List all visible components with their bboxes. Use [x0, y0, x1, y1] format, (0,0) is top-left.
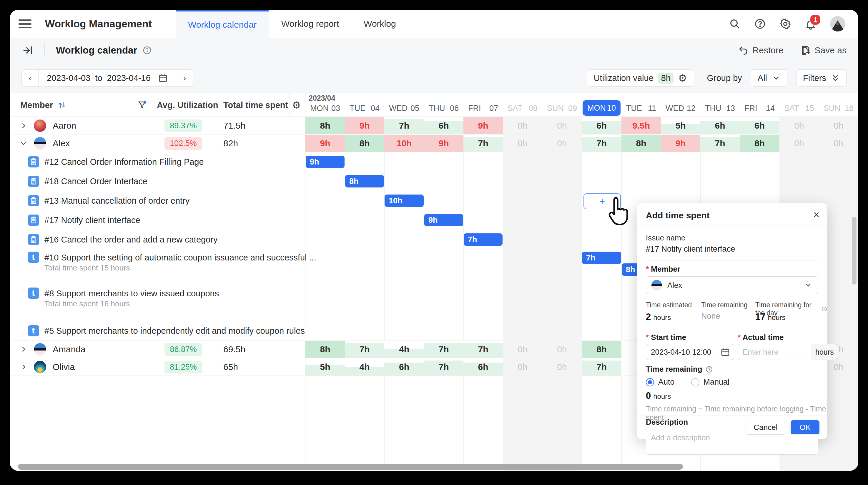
hours-cell: 5h — [305, 359, 345, 375]
worklog-bar[interactable]: 7h — [464, 233, 502, 246]
expand-chevron-icon[interactable] — [20, 363, 27, 371]
day-header-weekend: SUN09 — [542, 101, 582, 116]
hours-cell: 7h — [700, 135, 740, 152]
actual-time-input[interactable] — [738, 344, 811, 360]
utilization-value-chip: 8h — [658, 73, 674, 84]
avg-utilization-column-header: Avg. Utilization — [157, 93, 218, 117]
total-time-value: 82h — [223, 134, 238, 152]
prev-period-button[interactable]: ‹ — [22, 70, 38, 86]
collapse-panel-icon[interactable] — [22, 44, 33, 56]
tab-worklog[interactable]: Worklog — [351, 10, 408, 38]
next-period-button[interactable]: › — [176, 70, 193, 86]
info-icon[interactable] — [143, 46, 152, 55]
hours-cell: 8h — [345, 135, 384, 152]
worklog-bar[interactable]: 9h — [306, 156, 345, 168]
hours-cell: 0h — [503, 117, 542, 134]
close-icon[interactable]: × — [813, 209, 819, 221]
help-icon[interactable] — [754, 18, 766, 30]
total-time-column-header: Total time spent — [223, 93, 288, 117]
save-as-button[interactable]: Save as — [800, 45, 846, 56]
task-row[interactable]: #12 Cancel Order Information Filling Pag… — [10, 152, 305, 172]
sort-icon[interactable] — [57, 100, 66, 110]
utilization-gear-icon[interactable]: ⚙︎ — [678, 73, 687, 83]
hours-cell: 0h — [542, 359, 582, 375]
member-label: Member — [646, 265, 680, 274]
member-row-alex[interactable]: Alex 102.5% 82h — [10, 134, 305, 152]
expand-chevron-icon[interactable] — [20, 122, 27, 129]
task-row[interactable]: #17 Notify client interface — [10, 210, 305, 230]
hours-cell: 0h — [503, 341, 542, 358]
column-settings-gear-icon[interactable]: ⚙︎ — [292, 93, 301, 117]
ok-button[interactable]: OK — [790, 420, 819, 434]
day-header: FRI14 — [740, 101, 779, 116]
hours-cell: 6h — [700, 117, 740, 134]
grid-column — [305, 117, 345, 471]
filter-funnel-icon[interactable] — [137, 100, 147, 110]
tab-worklog-calendar[interactable]: Worklog calendar — [176, 10, 269, 38]
hours-cell: 4h — [345, 359, 384, 375]
avatar — [34, 361, 46, 373]
horizontal-scrollbar[interactable] — [18, 464, 683, 470]
task-row[interactable]: #16 Cancel the order and add a new categ… — [10, 230, 305, 249]
member-row-aaron[interactable]: Aaron 89.37% 71.5h — [10, 117, 305, 134]
clipboard-icon — [28, 156, 39, 168]
utilization-value-button[interactable]: Utilization value 8h ⚙︎ — [587, 69, 694, 87]
search-icon[interactable] — [729, 18, 741, 30]
hours-cell: 7h — [463, 341, 503, 358]
group-by-label: Group by — [707, 73, 742, 83]
hours-cell: 6h — [582, 117, 621, 134]
worklog-bar[interactable]: 7h — [582, 252, 621, 264]
vertical-scrollbar[interactable] — [852, 217, 857, 284]
radio-manual[interactable]: Manual — [691, 377, 730, 387]
clipboard-icon — [28, 215, 39, 226]
worklog-bar[interactable]: 9h — [424, 214, 463, 226]
day-header: THU13 — [700, 101, 740, 116]
hours-cell: 0h — [819, 135, 858, 152]
add-time-spent-modal: Add time spent × Issue name #17 Notify c… — [637, 203, 827, 439]
clipboard-icon — [28, 234, 39, 245]
task-subtitle: Total time spent 15 hours — [44, 263, 130, 273]
filters-button[interactable]: Filters — [796, 69, 846, 87]
group-by-select[interactable]: All — [751, 69, 787, 87]
hours-cell: 8h — [621, 135, 661, 152]
divider — [44, 44, 45, 57]
avatar — [34, 120, 46, 132]
date-range-value[interactable]: 2023-04-03 to 2023-04-16 — [38, 70, 176, 86]
task-row[interactable]: #13 Manual cancellation of order entry — [10, 191, 305, 210]
task-row[interactable]: #18 Cancel Order Interface — [10, 172, 305, 191]
time-estimated-label: Time estimated — [646, 301, 692, 309]
notifications-bell-icon[interactable]: 1 — [805, 18, 816, 30]
cancel-button[interactable]: Cancel — [746, 420, 785, 435]
chevron-down-icon — [772, 73, 781, 83]
day-header: TUE11 — [621, 101, 661, 116]
tab-worklog-report[interactable]: Worklog report — [269, 10, 351, 38]
worklog-bar[interactable]: 10h — [384, 194, 424, 207]
worklog-bar[interactable]: 8h — [345, 175, 384, 187]
time-remaining-value: None — [701, 312, 720, 321]
member-row-amanda[interactable]: Amanda 86.87% 69.5h — [10, 340, 305, 358]
radio-auto[interactable]: Auto — [646, 377, 675, 387]
hours-cell: 0h — [819, 117, 858, 134]
help-icon[interactable] — [705, 365, 713, 373]
toolbar-actions: Restore Save as — [738, 45, 846, 56]
calendar-icon[interactable] — [721, 347, 730, 357]
time-remaining-day-value: 17hours — [755, 312, 785, 322]
hours-cell: 5h — [661, 117, 700, 134]
restore-icon — [738, 45, 748, 56]
hours-cell: 6h — [463, 359, 503, 375]
hours-cell: 9h — [345, 117, 384, 134]
expand-chevron-icon[interactable] — [20, 345, 27, 353]
clipboard-icon — [28, 195, 39, 206]
task-row[interactable]: t #5 Support merchants to independently … — [10, 321, 305, 340]
member-column-header[interactable]: Member — [20, 93, 66, 117]
user-avatar[interactable] — [830, 16, 845, 31]
info-icon[interactable] — [822, 305, 827, 312]
collapse-chevron-icon[interactable] — [20, 140, 27, 147]
settings-gear-icon[interactable] — [779, 18, 791, 30]
restore-button[interactable]: Restore — [738, 45, 783, 56]
add-time-cell[interactable]: + — [584, 193, 621, 209]
member-select[interactable]: Alex — [646, 276, 818, 294]
date-range-picker: ‹ 2023-04-03 to 2023-04-16 › — [22, 69, 193, 87]
hamburger-menu-icon[interactable] — [19, 20, 31, 28]
member-row-olivia[interactable]: Olivia 81.25% 65h — [10, 358, 305, 376]
